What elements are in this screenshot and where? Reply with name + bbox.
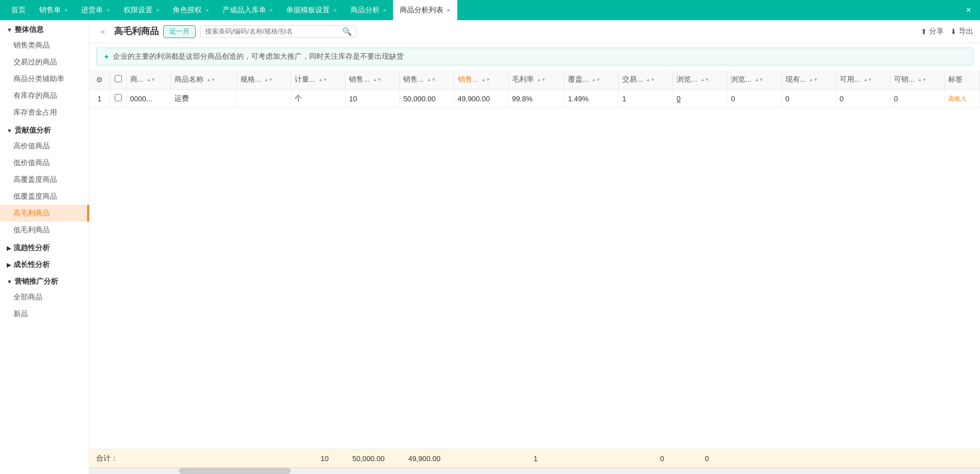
footer-sales-count: 10: [284, 454, 329, 463]
info-banner: ✦ 企业的主要的利润都是这部分商品创造的，可考虑加大推广，同时关注库存是不要出现…: [96, 48, 973, 65]
share-button[interactable]: ⬆ 分享: [921, 26, 944, 36]
sort-sales-profit-icon[interactable]: ▲▼: [481, 77, 490, 82]
row-sales-count: 10: [345, 90, 400, 108]
sort-spec-icon[interactable]: ▲▼: [264, 77, 273, 82]
close-roles-icon[interactable]: ×: [205, 7, 209, 13]
row-tag: 高收入: [945, 90, 980, 108]
col-available-stock: 可用... ▲▼: [836, 70, 890, 90]
export-button[interactable]: ⬇ 导出: [950, 26, 973, 36]
row-sellable: 0: [891, 90, 945, 108]
sidebar-item-low-margin[interactable]: 低毛利商品: [0, 222, 89, 238]
sidebar-group-contribution[interactable]: ▼ 贡献值分析: [0, 121, 89, 138]
select-all-checkbox[interactable]: [115, 75, 122, 82]
nav-template-settings[interactable]: 单据模板设置 ×: [280, 0, 343, 20]
sidebar-item-traded-goods[interactable]: 交易过的商品: [0, 54, 89, 71]
col-settings[interactable]: ⚙: [89, 70, 110, 90]
sort-browse1-icon[interactable]: ▲▼: [700, 77, 709, 82]
col-spec: 规格... ▲▼: [236, 70, 291, 90]
sidebar-item-new-goods[interactable]: 新品: [0, 306, 89, 322]
chevron-down-icon2: ▼: [7, 128, 12, 134]
sidebar-item-high-value[interactable]: 高价值商品: [0, 138, 89, 154]
col-gross-margin: 毛利率 ▲▼: [508, 70, 564, 90]
sidebar-item-category-rate[interactable]: 商品分类辅助率: [0, 71, 89, 87]
nav-product-analysis[interactable]: 商品分析 ×: [344, 0, 393, 20]
sidebar-item-stock-capital[interactable]: 库存资金占用: [0, 104, 89, 121]
search-icon[interactable]: 🔍: [342, 27, 352, 36]
sidebar-group-growth[interactable]: ▶ 成长性分析: [0, 255, 89, 272]
footer-available-stock: 0: [664, 454, 709, 463]
sort-sales-amount-icon[interactable]: ▲▼: [427, 77, 436, 82]
data-table-wrapper: ⚙ 商... ▲▼ 商品名称 ▲▼ 规格...: [89, 70, 980, 449]
col-sales-profit: 销售... ▲▼: [454, 70, 508, 90]
data-table: ⚙ 商... ▲▼ 商品名称 ▲▼ 规格...: [89, 70, 980, 108]
close-template-settings-icon[interactable]: ×: [333, 7, 337, 13]
browse1-link[interactable]: 0: [676, 95, 680, 103]
sort-sellable-icon[interactable]: ▲▼: [917, 77, 926, 82]
col-checkbox: [110, 70, 126, 90]
row-browse1[interactable]: 0: [673, 90, 727, 108]
row-code: 0000...: [126, 90, 171, 108]
sort-code-icon[interactable]: ▲▼: [146, 77, 155, 82]
row-checkbox-cell: [110, 90, 126, 108]
nav-permissions[interactable]: 权限设置 ×: [117, 0, 166, 20]
col-browse1: 浏览... ▲▼: [673, 70, 727, 90]
close-purchase-icon[interactable]: ×: [106, 7, 110, 13]
nav-sales-order[interactable]: 销售单 ×: [32, 0, 74, 20]
sort-gross-margin-icon[interactable]: ▲▼: [537, 77, 546, 82]
sidebar-item-low-value[interactable]: 低价值商品: [0, 154, 89, 171]
sidebar-item-high-margin[interactable]: 高毛利商品: [0, 205, 89, 222]
close-product-analysis-icon[interactable]: ×: [383, 7, 386, 13]
main-layout: ▼ 整体信息 销售类商品 交易过的商品 商品分类辅助率 有库存的商品 库存资金占…: [0, 20, 980, 474]
col-sales-count: 销售... ▲▼: [345, 70, 400, 90]
table-header-row: ⚙ 商... ▲▼ 商品名称 ▲▼ 规格...: [89, 70, 980, 90]
nav-product-inbound[interactable]: 产成品入库单 ×: [216, 0, 280, 20]
nav-product-analysis-list[interactable]: 商品分析列表 ×: [393, 0, 457, 20]
close-permissions-icon[interactable]: ×: [156, 7, 159, 13]
chevron-right-icon: ▶: [7, 245, 11, 251]
sidebar-item-sales-goods[interactable]: 销售类商品: [0, 37, 89, 54]
sidebar-item-all-goods[interactable]: 全部商品: [0, 289, 89, 306]
filter-recent-month-button[interactable]: 近一月: [163, 25, 196, 38]
sort-browse2-icon[interactable]: ▲▼: [755, 77, 764, 82]
sidebar-item-high-coverage[interactable]: 高覆盖度商品: [0, 171, 89, 188]
close-product-inbound-icon[interactable]: ×: [269, 7, 273, 13]
sort-sales-count-icon[interactable]: ▲▼: [373, 77, 382, 82]
horizontal-scrollbar[interactable]: [89, 467, 980, 474]
nav-home[interactable]: 首页: [4, 0, 32, 20]
row-current-stock: 0: [782, 90, 836, 108]
sidebar-item-low-coverage[interactable]: 低覆盖度商品: [0, 188, 89, 205]
col-browse2: 浏览... ▲▼: [727, 70, 782, 90]
sort-current-stock-icon[interactable]: ▲▼: [809, 77, 818, 82]
sort-available-stock-icon[interactable]: ▲▼: [863, 77, 872, 82]
col-sellable: 可销... ▲▼: [891, 70, 945, 90]
row-sales-profit: 49,900.00: [454, 90, 508, 108]
header-actions: ⬆ 分享 ⬇ 导出: [921, 26, 973, 36]
search-input[interactable]: [205, 27, 342, 35]
sidebar-group-overall[interactable]: ▼ 整体信息: [0, 20, 89, 37]
sidebar: ▼ 整体信息 销售类商品 交易过的商品 商品分类辅助率 有库存的商品 库存资金占…: [0, 20, 89, 474]
sidebar-item-stocked-goods[interactable]: 有库存的商品: [0, 87, 89, 104]
chevron-down-icon3: ▼: [7, 279, 12, 285]
col-sales-amount: 销售... ▲▼: [400, 70, 454, 90]
window-close-button[interactable]: ×: [962, 5, 976, 15]
scrollbar-thumb[interactable]: [179, 468, 291, 474]
row-browse2: 0: [727, 90, 782, 108]
sort-unit-icon[interactable]: ▲▼: [318, 77, 327, 82]
row-sales-amount: 50,000.00: [400, 90, 454, 108]
top-nav: 首页 销售单 × 进货单 × 权限设置 × 角色授权 × 产成品入库单 × 单据…: [0, 0, 980, 20]
sidebar-group-trend[interactable]: ▶ 流趋性分析: [0, 238, 89, 255]
sort-coverage-icon[interactable]: ▲▼: [591, 77, 600, 82]
nav-purchase[interactable]: 进货单 ×: [74, 0, 116, 20]
chevron-right-icon2: ▶: [7, 262, 11, 268]
sidebar-group-marketing[interactable]: ▼ 营销推广分析: [0, 272, 89, 289]
close-sales-order-icon[interactable]: ×: [64, 7, 68, 13]
nav-roles[interactable]: 角色授权 ×: [166, 0, 215, 20]
close-product-analysis-list-icon[interactable]: ×: [447, 7, 450, 13]
row-checkbox[interactable]: [115, 94, 122, 101]
sidebar-collapse-button[interactable]: «: [96, 25, 110, 38]
sort-name-icon[interactable]: ▲▼: [207, 77, 216, 82]
sort-transaction-icon[interactable]: ▲▼: [646, 77, 655, 82]
row-coverage: 1.49%: [564, 90, 618, 108]
search-box: 🔍: [200, 25, 357, 37]
footer-label: 合计：: [96, 453, 141, 463]
